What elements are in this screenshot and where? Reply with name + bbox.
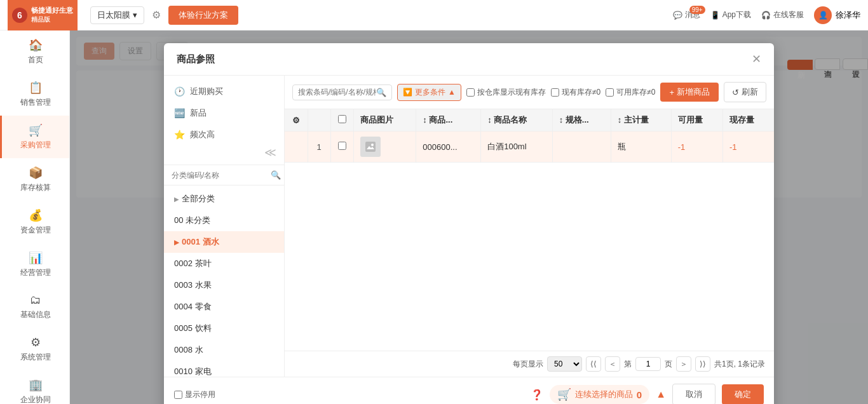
category-arrow-icon: ▶ (174, 196, 179, 203)
message-item[interactable]: 💬 消息 99+ (673, 10, 700, 20)
filter-label: 更多条件 (415, 87, 445, 98)
th-settings[interactable]: ⚙ (285, 109, 308, 131)
sidebar-item-sales[interactable]: 📋 销售管理 (0, 73, 69, 116)
tab-recent-purchase[interactable]: 🕐 近期购买 (164, 81, 284, 102)
page-word: 第 (624, 359, 632, 370)
modal-body: 🕐 近期购买 🆕 新品 ⭐ 频次高 (164, 76, 774, 377)
help-icon[interactable]: ❓ (531, 389, 543, 401)
sidebar-item-operation[interactable]: 📊 经营管理 (0, 243, 69, 286)
settings-icon[interactable]: ⚙ (152, 9, 161, 21)
tab-new-products[interactable]: 🆕 新品 (164, 102, 284, 124)
category-item-0005[interactable]: 0005 饮料 (164, 318, 284, 339)
th-name[interactable]: ↕ 商品名称 (481, 109, 553, 131)
td-checkbox[interactable] (330, 131, 353, 163)
sidebar-item-finance[interactable]: 💰 资金管理 (0, 201, 69, 243)
sidebar: 🏠 首页 📋 销售管理 🛒 采购管理 📦 库存核算 💰 资金管理 📊 经营管理 … (0, 30, 70, 404)
logo-icon: 6 (12, 8, 27, 23)
sidebar-item-label: 首页 (28, 55, 43, 65)
cart-area: 🛒 连续选择的商品 0 (550, 385, 649, 404)
sidebar-item-label: 企业协同 (20, 394, 51, 404)
show-disabled-checkbox[interactable]: 显示停用 (174, 389, 215, 400)
th-checkbox[interactable] (330, 109, 353, 131)
new-icon: 🆕 (174, 108, 185, 118)
collapse-panel-icon[interactable]: ≪ (264, 145, 276, 159)
sidebar-item-label: 基础信息 (20, 309, 51, 320)
available-ne0-checkbox[interactable]: 可用库存≠0 (606, 87, 655, 98)
more-filter-button[interactable]: 🔽 更多条件 ▲ (397, 84, 461, 101)
show-disabled-label: 显示停用 (185, 389, 215, 400)
category-search-input[interactable] (172, 171, 267, 180)
product-search-input[interactable] (298, 88, 376, 97)
stock-ne0-checkbox[interactable]: 现有库存≠0 (551, 87, 600, 98)
phone-icon: 📱 (710, 11, 720, 20)
category-item-0008[interactable]: 0008 水 (164, 339, 284, 361)
svg-rect-0 (365, 142, 376, 152)
category-search-bar: 🔍 (164, 165, 284, 185)
experience-btn[interactable]: 体验行业方案 (168, 6, 238, 25)
online-service-item[interactable]: 🎧 在线客服 (761, 10, 804, 20)
category-item-0002[interactable]: 0002 茶叶 (164, 253, 284, 274)
th-code[interactable]: ↕ 商品... (416, 109, 481, 131)
footer-collapse-icon[interactable]: ▲ (656, 389, 666, 400)
sidebar-item-inventory[interactable]: 📦 库存核算 (0, 158, 69, 201)
sidebar-item-enterprise[interactable]: 🏢 企业协同 (0, 370, 69, 404)
th-available: 可用量 (671, 109, 722, 131)
refresh-button[interactable]: ↺ 刷新 (724, 82, 766, 102)
enterprise-icon: 🏢 (29, 378, 43, 392)
category-search-icon[interactable]: 🔍 (271, 170, 281, 180)
product-thumbnail (360, 137, 381, 157)
left-panel: 🕐 近期购买 🆕 新品 ⭐ 频次高 (164, 76, 285, 377)
modal-header: 商品参照 ✕ (164, 43, 774, 76)
first-page-btn[interactable]: ⟨⟨ (586, 356, 601, 372)
sidebar-item-basic[interactable]: 🗂 基础信息 (0, 286, 69, 328)
add-product-label: 新增商品 (677, 86, 710, 98)
product-table-wrap: ⚙ 商品图片 ↕ 商品... ↕ 商品名称 (285, 109, 774, 351)
warehouse-display-checkbox[interactable]: 按仓库显示现有库存 (466, 87, 546, 98)
top-nav-right: 💬 消息 99+ 📱 App下载 🎧 在线客服 👤 徐泽华 (673, 6, 860, 24)
category-item-0004[interactable]: 0004 零食 (164, 296, 284, 318)
finance-icon: 💰 (29, 208, 43, 222)
per-page-label: 每页显示 (513, 359, 543, 370)
category-item-all[interactable]: ▶ 全部分类 (164, 188, 284, 210)
message-badge: 99+ (689, 6, 705, 14)
modal-close-button[interactable]: ✕ (752, 52, 761, 66)
next-page-btn[interactable]: ＞ (676, 356, 691, 372)
sidebar-item-label: 系统管理 (20, 352, 51, 363)
content-area: 查询 设置 刷新 刷新 查询 设置 商品参照 ✕ (70, 30, 868, 404)
page-label: 页 (665, 359, 672, 370)
basic-icon: 🗂 (30, 293, 41, 307)
prev-page-btn[interactable]: ＜ (605, 356, 620, 372)
td-spec (552, 131, 611, 163)
category-item-00[interactable]: 00 未分类 (164, 210, 284, 231)
avatar: 👤 (814, 6, 832, 24)
td-code: 000600... (416, 131, 481, 163)
per-page-select[interactable]: 50 100 (547, 356, 582, 372)
sidebar-item-label: 资金管理 (20, 225, 51, 236)
category-item-0003[interactable]: 0003 水果 (164, 274, 284, 296)
th-image: 商品图片 (353, 109, 416, 131)
sidebar-item-purchase[interactable]: 🛒 采购管理 (0, 116, 69, 158)
th-spec[interactable]: ↕ 规格... (552, 109, 611, 131)
total-info: 共1页, 1条记录 (714, 359, 765, 370)
sidebar-item-label: 采购管理 (20, 140, 51, 151)
sidebar-item-home[interactable]: 🏠 首页 (0, 30, 69, 73)
tab-frequent[interactable]: ⭐ 频次高 (164, 124, 284, 145)
table-row[interactable]: 1 000600... 白酒100ml (285, 131, 774, 163)
app-download-item[interactable]: 📱 App下载 (710, 10, 751, 20)
confirm-button[interactable]: 确定 (722, 384, 764, 404)
store-selector[interactable]: 日太阳膜 ▾ (90, 6, 144, 24)
category-item-0010[interactable]: 0010 家电 (164, 361, 284, 377)
add-product-button[interactable]: + 新增商品 (660, 83, 719, 102)
top-navigation: 6 畅捷通好生意 精品版 日太阳膜 ▾ ⚙ 体验行业方案 💬 消息 99+ 📱 … (0, 0, 868, 30)
search-submit-icon[interactable]: 🔍 (376, 88, 386, 97)
cancel-button[interactable]: 取消 (672, 384, 715, 404)
last-page-btn[interactable]: ⟩⟩ (695, 356, 710, 372)
td-num: 1 (308, 131, 330, 163)
th-unit[interactable]: ↕ 主计量 (611, 109, 671, 131)
user-avatar-area[interactable]: 👤 徐泽华 (814, 6, 860, 24)
sidebar-item-system[interactable]: ⚙ 系统管理 (0, 328, 69, 370)
page-number-input[interactable] (635, 357, 661, 371)
category-item-0001[interactable]: ▶ 0001 酒水 (164, 231, 284, 253)
th-num (308, 109, 330, 131)
system-icon: ⚙ (31, 335, 41, 349)
